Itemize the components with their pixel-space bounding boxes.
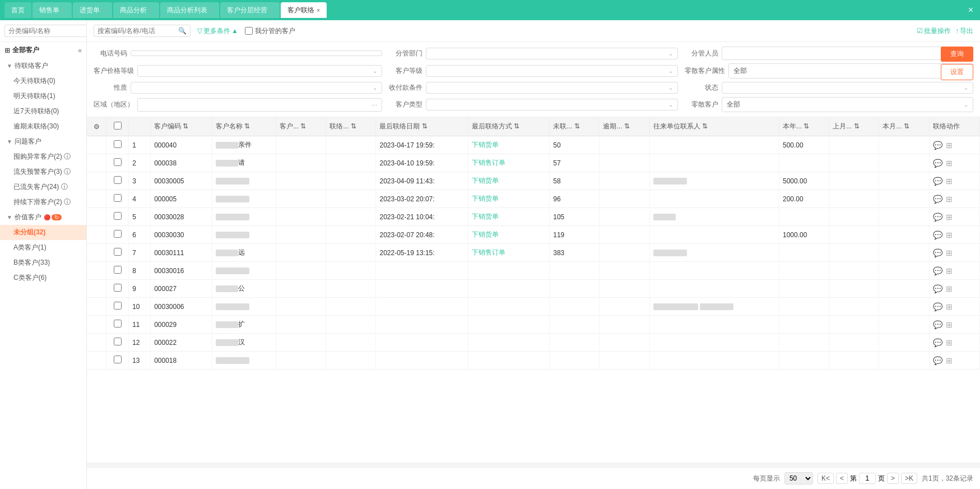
more-action-icon[interactable]: ⊞	[946, 338, 953, 347]
th-overdue[interactable]: 逾期... ⇅	[600, 117, 649, 136]
row-checkbox[interactable]	[114, 158, 122, 166]
tab-purchase-close[interactable]: ×	[102, 7, 105, 13]
filter-customer-level-select[interactable]: ⌄	[426, 65, 677, 77]
export-button[interactable]: ↑ 导出	[955, 26, 973, 36]
sidebar-item-overdue[interactable]: 逾期未联络(30)	[0, 119, 86, 134]
filter-manager-input[interactable]: ···	[722, 47, 973, 60]
tab-goods-analysis-list[interactable]: 商品分析列表 ×	[160, 2, 220, 18]
contact-method-link[interactable]: 下销货单	[472, 177, 499, 184]
contact-method-link[interactable]: 下销货单	[472, 213, 499, 220]
tab-sales[interactable]: 销售单 ×	[32, 2, 72, 18]
chat-icon[interactable]: 💬	[933, 338, 942, 347]
chat-icon[interactable]: 💬	[933, 213, 942, 222]
chat-icon[interactable]: 💬	[933, 320, 942, 329]
row-checkbox[interactable]	[114, 302, 122, 310]
th-last-month[interactable]: 上月... ⇅	[829, 117, 879, 136]
contact-method-link[interactable]: 下销售订单	[472, 159, 505, 167]
chat-icon[interactable]: 💬	[933, 302, 942, 311]
chat-icon[interactable]: 💬	[933, 248, 942, 257]
sidebar-item-churn-warn[interactable]: 流失预警客户(3) ⓘ	[0, 164, 86, 179]
row-checkbox[interactable]	[114, 176, 122, 184]
tab-goods-analysis-close[interactable]: ×	[149, 7, 152, 13]
row-checkbox[interactable]	[114, 320, 122, 327]
more-action-icon[interactable]: ⊞	[946, 248, 953, 257]
last-page-button[interactable]: >K	[901, 473, 917, 484]
contact-method-link[interactable]: 下销售订单	[472, 248, 505, 256]
th-settings[interactable]: ⚙	[87, 117, 106, 136]
row-checkbox[interactable]	[114, 356, 122, 363]
sidebar-group-problem-title[interactable]: ▼ 问题客户	[0, 134, 86, 149]
filter-retail-customer-select[interactable]: 全部 ⌄	[722, 97, 973, 112]
next-page-button[interactable]: >	[887, 473, 899, 484]
row-checkbox[interactable]	[114, 266, 122, 274]
window-close-button[interactable]: ×	[966, 3, 976, 17]
filter-retail-attr-select[interactable]: 全部 ⌄	[728, 63, 973, 79]
th-this-month[interactable]: 本月... ⇅	[879, 117, 929, 136]
sidebar-group-pending-title[interactable]: ▼ 待联络客户	[0, 58, 86, 73]
filter-status-select[interactable]: ⌄	[722, 82, 973, 94]
sidebar-item-churned[interactable]: 已流失客户(24) ⓘ	[0, 179, 86, 195]
th-last-contact-method[interactable]: 最后联络方式 ⇅	[468, 117, 549, 136]
contact-method-link[interactable]: 下销货单	[472, 141, 499, 149]
row-checkbox[interactable]	[114, 338, 122, 345]
sidebar-item-b-class[interactable]: B类客户(33)	[0, 255, 86, 270]
more-action-icon[interactable]: ⊞	[946, 177, 953, 186]
tab-goods-analysis-list-close[interactable]: ×	[210, 7, 213, 13]
sidebar-group-value-title[interactable]: ▼ 价值客户 🔴 ↻	[0, 210, 86, 225]
th-code[interactable]: 客户编码 ⇅	[151, 117, 212, 136]
chat-icon[interactable]: 💬	[933, 195, 942, 204]
filter-department-select[interactable]: ⌄	[426, 48, 677, 59]
more-action-icon[interactable]: ⊞	[946, 159, 953, 168]
filter-search-input[interactable]	[97, 27, 176, 35]
filter-price-select[interactable]: ⌄	[137, 65, 382, 77]
th-name[interactable]: 客户名称 ⇅	[212, 117, 276, 136]
th-company-contact[interactable]: 往来单位联系人 ⇅	[649, 117, 779, 136]
sidebar-item-declining[interactable]: 持续下滑客户(2) ⓘ	[0, 195, 86, 210]
row-checkbox[interactable]	[114, 230, 122, 238]
chat-icon[interactable]: 💬	[933, 159, 942, 168]
page-number-input[interactable]	[859, 473, 876, 484]
batch-operation-button[interactable]: ☑ 批量操作	[917, 26, 951, 36]
sidebar-item-abnormal[interactable]: 囤购异常客户(2) ⓘ	[0, 149, 86, 164]
chat-icon[interactable]: 💬	[933, 177, 942, 186]
contact-method-link[interactable]: 下销货单	[472, 195, 499, 202]
sidebar-item-ungroup[interactable]: 未分组(32)	[0, 225, 86, 240]
reset-button[interactable]: 设置	[941, 64, 973, 80]
chat-icon[interactable]: 💬	[933, 141, 942, 150]
search-button[interactable]: 查询	[941, 47, 973, 62]
more-action-icon[interactable]: ⊞	[946, 320, 953, 329]
page-size-select[interactable]: 50 100 200	[784, 472, 813, 485]
tab-home[interactable]: 首页	[4, 2, 31, 18]
more-action-icon[interactable]: ⊞	[946, 356, 953, 365]
my-customers-checkbox[interactable]: 我分管的客户	[245, 26, 295, 36]
more-action-icon[interactable]: ⊞	[946, 284, 953, 293]
filter-phone-input[interactable]	[131, 50, 382, 56]
filter-customer-type-select[interactable]: ⌄	[426, 99, 677, 110]
chat-icon[interactable]: 💬	[933, 230, 942, 239]
chat-icon[interactable]: 💬	[933, 284, 942, 293]
tab-customer-contact[interactable]: 客户联络 ×	[281, 2, 327, 18]
sidebar-item-c-class[interactable]: C类客户(6)	[0, 270, 86, 285]
th-this-year[interactable]: 本年... ⇅	[779, 117, 829, 136]
select-all-checkbox[interactable]	[114, 122, 122, 130]
prev-page-button[interactable]: <	[836, 473, 848, 484]
row-checkbox[interactable]	[114, 248, 122, 256]
filter-search-icon[interactable]: 🔍	[178, 27, 187, 35]
more-action-icon[interactable]: ⊞	[946, 141, 953, 150]
row-checkbox[interactable]	[114, 284, 122, 292]
value-refresh-badge[interactable]: ↻	[52, 214, 62, 220]
all-customers-header[interactable]: ⊞ 全部客户 «	[0, 42, 86, 58]
row-checkbox[interactable]	[114, 140, 122, 148]
chat-icon[interactable]: 💬	[933, 266, 942, 275]
more-filters-button[interactable]: ▽ 更多条件 ▲	[197, 26, 238, 36]
tab-customer-segmentation[interactable]: 客户分层经营 ×	[220, 2, 280, 18]
filter-region-input[interactable]: ···	[137, 98, 382, 112]
sidebar-item-today[interactable]: 今天待联络(0)	[0, 73, 86, 89]
th-contact[interactable]: 联络... ⇅	[326, 117, 376, 136]
th-last-contact-date[interactable]: 最后联络日期 ⇅	[376, 117, 468, 136]
th-no-contact[interactable]: 未联... ⇅	[550, 117, 600, 136]
filter-region-more[interactable]: ···	[371, 101, 377, 109]
more-action-icon[interactable]: ⊞	[946, 230, 953, 239]
tab-goods-analysis[interactable]: 商品分析 ×	[113, 2, 159, 18]
tab-purchase[interactable]: 进货单 ×	[73, 2, 112, 18]
